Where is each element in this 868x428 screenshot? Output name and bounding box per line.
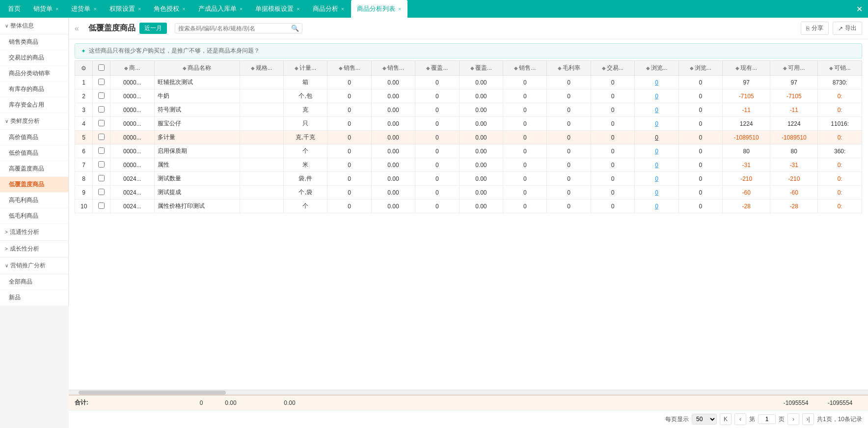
sidebar-item-低毛利商品[interactable]: 低毛利商品 xyxy=(0,208,68,224)
row-browse1[interactable]: 0 xyxy=(635,131,678,144)
sidebar-section-营销推广分析[interactable]: ∨营销推广分析 xyxy=(0,257,68,274)
row-trade: 0 xyxy=(591,76,634,89)
nav-tab-进货单[interactable]: 进货单× xyxy=(65,0,102,18)
column-header-4[interactable]: ◆规格... xyxy=(240,61,283,76)
sidebar-section-整体信息[interactable]: ∨整体信息 xyxy=(0,18,68,34)
column-header-16[interactable]: ◆可用... xyxy=(770,61,818,76)
table-container[interactable]: ⚙◆商...◆商品名称◆规格...◆计量...◆销售...◆销售...◆覆盖..… xyxy=(69,60,868,390)
row-browse1[interactable]: 0 xyxy=(635,158,678,172)
column-header-17[interactable]: ◆可销... xyxy=(818,61,862,76)
column-header-5[interactable]: ◆计量... xyxy=(283,61,327,76)
sidebar-section-成长性分析[interactable]: >成长性分析 xyxy=(0,241,68,257)
last-page-button[interactable]: ›| xyxy=(802,413,814,425)
sidebar-item-高价值商品[interactable]: 高价值商品 xyxy=(0,130,68,145)
tab-close-icon[interactable]: × xyxy=(341,6,344,12)
tab-close-icon[interactable]: × xyxy=(398,6,401,12)
row-s1: 0 xyxy=(327,89,371,103)
export-button[interactable]: ↗ 导出 xyxy=(833,22,862,35)
nav-tab-首页[interactable]: 首页 xyxy=(2,0,27,18)
page-number-input[interactable] xyxy=(758,414,776,424)
column-header-15[interactable]: ◆现有... xyxy=(723,61,770,76)
sidebar-section-流通性分析[interactable]: >流通性分析 xyxy=(0,224,68,241)
row-checkbox[interactable] xyxy=(93,172,110,186)
sidebar-item-库存资金占用[interactable]: 库存资金占用 xyxy=(0,97,68,113)
nav-tab-产成品入库单[interactable]: 产成品入库单× xyxy=(192,0,248,18)
sidebar-item-低价值商品[interactable]: 低价值商品 xyxy=(0,145,68,161)
sidebar-item-高毛利商品[interactable]: 高毛利商品 xyxy=(0,193,68,208)
row-browse1[interactable]: 0 xyxy=(635,186,678,200)
row-browse1[interactable]: 0 xyxy=(635,103,678,117)
horizontal-scrollbar[interactable] xyxy=(69,390,868,395)
row-s2: 0.00 xyxy=(371,158,415,172)
column-header-2[interactable]: ◆商... xyxy=(110,61,154,76)
row-browse1[interactable]: 0 xyxy=(635,144,678,158)
next-page-button[interactable]: › xyxy=(787,413,799,425)
row-checkbox[interactable] xyxy=(93,200,110,213)
settings-icon[interactable]: ⚙ xyxy=(81,65,86,72)
column-header-10[interactable]: ◆销售... xyxy=(503,61,547,76)
row-browse1[interactable]: 0 xyxy=(635,117,678,131)
prev-page-button[interactable]: ‹ xyxy=(734,413,746,425)
sidebar-section-类鲜度分析[interactable]: ∨类鲜度分析 xyxy=(0,113,68,130)
time-filter-button[interactable]: 近一月 xyxy=(139,23,167,34)
nav-tab-商品分析列表[interactable]: 商品分析列表× xyxy=(351,0,407,18)
column-header-14[interactable]: ◆浏览... xyxy=(678,61,722,76)
row-checkbox[interactable] xyxy=(93,103,110,117)
row-unit: 个 xyxy=(283,200,327,213)
sidebar-item-新品[interactable]: 新品 xyxy=(0,290,68,306)
nav-tab-商品分析[interactable]: 商品分析× xyxy=(307,0,350,18)
sidebar-collapse-button[interactable]: « xyxy=(75,24,84,33)
export-icon: ↗ xyxy=(838,25,843,32)
column-header-13[interactable]: ◆浏览... xyxy=(635,61,678,76)
nav-tab-销货单[interactable]: 销货单× xyxy=(27,0,64,18)
row-c1: 0 xyxy=(415,172,459,186)
row-checkbox[interactable] xyxy=(93,131,110,144)
row-checkbox[interactable] xyxy=(93,158,110,172)
tab-close-icon[interactable]: × xyxy=(138,6,141,12)
sidebar-item-低覆盖度商品[interactable]: 低覆盖度商品 xyxy=(0,177,68,193)
row-checkbox[interactable] xyxy=(93,89,110,103)
column-header-11[interactable]: ◆毛利率 xyxy=(547,61,591,76)
nav-tab-权限设置[interactable]: 权限设置× xyxy=(104,0,147,18)
row-browse1[interactable]: 0 xyxy=(635,76,678,89)
sidebar-item-交易过的商品[interactable]: 交易过的商品 xyxy=(0,50,68,66)
page-size-select[interactable]: 50 100 200 xyxy=(692,414,717,425)
window-close-button[interactable]: ✕ xyxy=(852,2,866,16)
tab-close-icon[interactable]: × xyxy=(240,6,243,12)
tab-close-icon[interactable]: × xyxy=(55,6,58,12)
column-header-7[interactable]: ◆销售... xyxy=(371,61,415,76)
row-trade: 0 xyxy=(591,89,634,103)
column-header-6[interactable]: ◆销售... xyxy=(327,61,371,76)
first-page-button[interactable]: K xyxy=(720,413,732,425)
column-header-8[interactable]: ◆覆盖... xyxy=(415,61,459,76)
row-browse1[interactable]: 0 xyxy=(635,89,678,103)
share-button[interactable]: ⎘ 分享 xyxy=(801,22,829,35)
row-checkbox[interactable] xyxy=(93,117,110,131)
sidebar-item-高覆盖度商品[interactable]: 高覆盖度商品 xyxy=(0,161,68,177)
row-browse1[interactable]: 0 xyxy=(635,200,678,213)
sidebar-item-全部商品[interactable]: 全部商品 xyxy=(0,274,68,290)
column-header-12[interactable]: ◆交易... xyxy=(591,61,634,76)
row-stock: -60 xyxy=(723,186,770,200)
nav-tab-角色授权[interactable]: 角色授权× xyxy=(148,0,191,18)
column-header-0[interactable]: ⚙ xyxy=(75,61,93,76)
sidebar-item-销售类商品[interactable]: 销售类商品 xyxy=(0,34,68,50)
sidebar-item-有库存的商品[interactable]: 有库存的商品 xyxy=(0,82,68,97)
row-browse1[interactable]: 0 xyxy=(635,172,678,186)
tab-close-icon[interactable]: × xyxy=(182,6,185,12)
search-input[interactable] xyxy=(178,25,291,32)
row-checkbox[interactable] xyxy=(93,186,110,200)
column-header-1[interactable] xyxy=(93,61,110,76)
select-all-checkbox[interactable] xyxy=(98,64,105,71)
tab-close-icon[interactable]: × xyxy=(297,6,299,12)
row-c2: 0.00 xyxy=(459,76,503,89)
content-area: « 低覆盖度商品 近一月 🔍 ⎘ 分享 ↗ 导出 ✦ 这些商品只有很少客户购买过… xyxy=(69,18,868,428)
nav-tab-单据模板设置[interactable]: 单据模板设置× xyxy=(249,0,305,18)
row-c2: 0.00 xyxy=(459,172,503,186)
column-header-3[interactable]: ◆商品名称 xyxy=(154,61,240,76)
column-header-9[interactable]: ◆覆盖... xyxy=(459,61,503,76)
tab-close-icon[interactable]: × xyxy=(93,6,96,12)
row-checkbox[interactable] xyxy=(93,144,110,158)
row-checkbox[interactable] xyxy=(93,76,110,89)
sidebar-item-商品分类动销率[interactable]: 商品分类动销率 xyxy=(0,66,68,82)
